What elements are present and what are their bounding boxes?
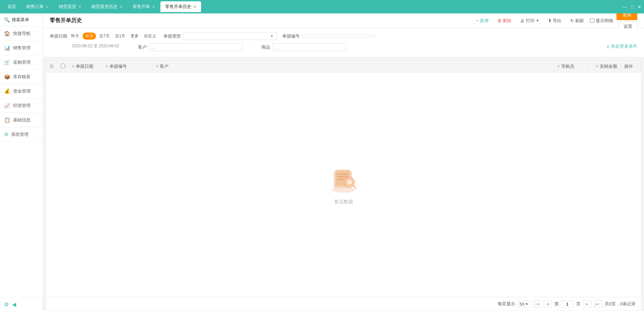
sidebar-item-quick-nav[interactable]: 🏠 快捷导航 xyxy=(0,27,43,41)
filter-date-range-row: 2023-06-02 至 2023-06-02 xyxy=(50,43,119,49)
add-label: + 新增 xyxy=(476,18,488,24)
print-dropdown-icon[interactable]: ▼ xyxy=(536,19,539,22)
settings-icon[interactable]: ⚙ xyxy=(4,301,9,308)
sidebar-search[interactable]: 🔍 搜索菜单 xyxy=(0,13,43,27)
date-btn-7days[interactable]: 近7天 xyxy=(97,33,112,40)
collapse-sidebar-icon[interactable]: ◀ xyxy=(12,301,16,308)
filter-goods-input[interactable]: ... xyxy=(272,43,346,51)
sidebar-item-purchase-mgmt[interactable]: 🛒 采购管理 xyxy=(0,55,43,70)
tab-sales-return[interactable]: 销货退货 ✕ xyxy=(54,1,86,12)
prev-page-btn[interactable]: ◀ xyxy=(544,300,552,308)
tab-home[interactable]: 首页 xyxy=(3,1,21,12)
empty-state: 暂无数据 xyxy=(46,72,641,297)
sidebar-item-sys-mgmt[interactable]: ⚙ 系统管理 xyxy=(0,127,43,142)
sys-icon: ⚙ xyxy=(4,132,8,138)
tab-retail-open-history-label: 零售开单历史 xyxy=(165,4,191,10)
sidebar-item-basic-info[interactable]: 📋 基础信息 xyxy=(0,113,43,127)
tab-sales-return-history[interactable]: 销货退货历史 ✕ xyxy=(87,1,127,12)
window-controls: — □ ✕ xyxy=(623,4,641,9)
main-layout: 🔍 搜索菜单 🏠 快捷导航 📊 销售管理 🛒 采购管理 📦 库存核算 💰 资金管… xyxy=(0,13,644,311)
delete-button[interactable]: 🗑 删除 xyxy=(495,16,514,25)
per-page-select[interactable]: 50 ▼ xyxy=(518,301,530,308)
delete-label: 🗑 删除 xyxy=(497,18,512,24)
page-label-before: 第 xyxy=(554,301,559,307)
date-btn-today[interactable]: 今天 xyxy=(83,33,96,40)
top-tab-bar: 首页 销售订单 ✕ 销货退货 ✕ 销货退货历史 ✕ 零售开单 ✕ 零售开单历史 … xyxy=(0,0,644,13)
th-date[interactable]: ⇅ 单据日期 xyxy=(68,61,102,72)
window-close-btn[interactable]: ✕ xyxy=(638,4,641,9)
sidebar-item-basic-info-label: 基础信息 xyxy=(13,117,31,123)
tab-retail-open-history[interactable]: 零售开单历史 ✕ xyxy=(160,1,201,12)
date-btns: 昨天 今天 近7天 近1月 更多 自定义 xyxy=(69,33,158,40)
filter-no-input[interactable] xyxy=(302,35,376,38)
last-page-btn[interactable]: ▶| xyxy=(594,300,602,308)
date-btn-1month[interactable]: 近1月 xyxy=(113,33,128,40)
filter-goods-label: 商品 xyxy=(261,44,270,50)
tab-sales-return-history-label: 销货退货历史 xyxy=(91,4,117,10)
sales-icon: 📊 xyxy=(4,45,10,51)
collapse-btn[interactable]: ∧ 收起更多条件 xyxy=(606,43,637,49)
th-customer[interactable]: ⇅ 客户 xyxy=(152,61,554,72)
sidebar-item-ops-mgmt[interactable]: 📈 经营管理 xyxy=(0,99,43,113)
table-check-all[interactable] xyxy=(57,61,68,72)
per-page-arrow-icon: ▼ xyxy=(525,302,529,306)
filter-type-select[interactable]: ▼ xyxy=(183,32,277,40)
window-max-btn[interactable]: □ xyxy=(631,4,634,9)
sort-icon-date: ⇅ xyxy=(72,64,75,68)
check-all-checkbox[interactable] xyxy=(61,64,65,68)
tab-retail-open-label: 零售开单 xyxy=(133,4,150,10)
sort-icon-customer: ⇅ xyxy=(156,64,158,68)
th-date-label: 单据日期 xyxy=(76,63,93,69)
filter-date-label: 单据日期 xyxy=(50,33,67,39)
date-btn-custom[interactable]: 自定义 xyxy=(142,33,158,40)
th-no[interactable]: ⇅ 单据编号 xyxy=(102,61,152,72)
per-page-label: 每页显示 xyxy=(498,301,515,307)
sidebar-item-finance[interactable]: 💰 资金管理 xyxy=(0,84,43,99)
next-page-btn[interactable]: ▶ xyxy=(583,300,591,308)
th-amount[interactable]: ⇅ 实销金额 xyxy=(587,61,621,72)
tab-retail-open[interactable]: 零售开单 ✕ xyxy=(128,1,160,12)
filter-customer-input[interactable]: ... xyxy=(149,43,243,51)
sidebar-item-sales-mgmt[interactable]: 📊 销售管理 xyxy=(0,41,43,55)
tab-retail-open-close[interactable]: ✕ xyxy=(152,5,155,9)
page-title: 零售开单历史 xyxy=(50,17,82,24)
first-page-btn[interactable]: |◀ xyxy=(533,300,541,308)
window-min-btn[interactable]: — xyxy=(623,4,627,9)
print-button[interactable]: 🖨 打印 ▼ xyxy=(517,16,542,25)
purchase-icon: 🛒 xyxy=(4,59,10,65)
sidebar-item-inventory-label: 库存核算 xyxy=(13,74,31,80)
tab-sales-return-close[interactable]: ✕ xyxy=(78,5,81,9)
table-settings-icon[interactable]: ⚙ xyxy=(46,60,57,72)
show-detail-label: 显示明细 xyxy=(596,18,613,24)
filter-customer: 客户 ... xyxy=(138,43,243,51)
query-button[interactable]: 查询 xyxy=(616,13,637,20)
sidebar-search-label: 搜索菜单 xyxy=(12,17,29,23)
page-input[interactable] xyxy=(561,301,574,308)
sidebar: 🔍 搜索菜单 🏠 快捷导航 📊 销售管理 🛒 采购管理 📦 库存核算 💰 资金管… xyxy=(0,13,43,311)
add-button[interactable]: + 新增 xyxy=(473,16,491,25)
th-op-label: 操作 xyxy=(624,63,633,69)
export-button[interactable]: ⬆ 导出 xyxy=(545,16,564,25)
show-detail-checkbox[interactable]: 显示明细 xyxy=(590,18,613,24)
tab-home-label: 首页 xyxy=(7,4,16,10)
goods-dots: ... xyxy=(275,45,279,50)
tab-sales-order-close[interactable]: ✕ xyxy=(46,5,49,9)
filter-no: 单据编号 xyxy=(282,33,376,39)
th-op: 操作 xyxy=(621,61,641,72)
basic-info-icon: 📋 xyxy=(4,117,10,123)
date-btn-more[interactable]: 更多 xyxy=(129,33,141,40)
show-detail-check[interactable] xyxy=(590,18,594,23)
sidebar-item-inventory[interactable]: 📦 库存核算 xyxy=(0,70,43,84)
sort-icon-amount: ⇅ xyxy=(596,64,598,68)
tab-sales-return-history-close[interactable]: ✕ xyxy=(119,5,122,9)
filter-date-range: 2023-06-02 至 2023-06-02 xyxy=(72,43,119,49)
date-btn-yesterday[interactable]: 昨天 xyxy=(69,33,81,40)
tab-sales-order[interactable]: 销售订单 ✕ xyxy=(21,1,53,12)
tab-sales-order-label: 销售订单 xyxy=(26,4,44,10)
refresh-button[interactable]: ↻ 刷新 xyxy=(567,16,587,25)
tab-retail-open-history-close[interactable]: ✕ xyxy=(193,5,196,9)
ops-icon: 📈 xyxy=(4,103,10,109)
sidebar-bottom: ⚙ ◀ xyxy=(0,298,43,311)
th-guide[interactable]: ⇅ 导购员 xyxy=(554,61,587,72)
total-text: 共0页，0条记录 xyxy=(605,301,636,307)
